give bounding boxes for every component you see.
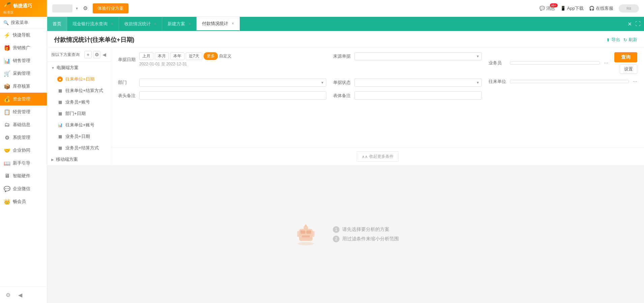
scheme-settings-btn[interactable]: ⚙ [93, 51, 100, 58]
bodynote-label: 表体备注 [333, 93, 352, 99]
sidebar-item-hardware[interactable]: 🖥 智能硬件 [0, 170, 47, 182]
tab-payment-label: 付款情况统计 [202, 21, 228, 27]
tab-receivable[interactable]: 收款情况统计 × [119, 17, 162, 31]
staff-dots[interactable]: ··· [604, 60, 608, 66]
scheme-item-label: 业务员+日期 [65, 133, 90, 140]
collapse-more-btn[interactable]: ∧∧ 收起更多条件 [357, 151, 399, 162]
tab-expand[interactable]: ⛶ [635, 21, 641, 27]
tab-payment[interactable]: 付款情况统计 × [197, 17, 240, 31]
staff-label: 业务员 [489, 60, 507, 66]
scheme-item-staff-settlement[interactable]: ▦ 业务员+结算方式 [47, 142, 111, 154]
partner-dots[interactable]: ··· [633, 79, 637, 85]
sidebar-item-wechat[interactable]: 💬 企业微信 [0, 182, 47, 195]
sidebar-item-label: 企业微信 [13, 186, 30, 192]
sidebar-item-basic[interactable]: 🗂 基础信息 [0, 118, 47, 131]
date-range: 2022-01-01 至 2022-12-31 [139, 61, 231, 67]
scheme-group-mobile-header[interactable]: ▶ 移动端方案 [47, 154, 111, 165]
trial-btn[interactable]: 体验行业方案 [93, 3, 128, 13]
tab-receivable-label: 收款情况统计 [124, 21, 151, 27]
source-select-arrow: ▾ [477, 54, 479, 59]
sidebar-item-marketing[interactable]: 🎁 营销推广 [0, 41, 47, 54]
sidebar-item-system[interactable]: ⚙ 系统管理 [0, 131, 47, 144]
sidebar-item-label: 畅会员 [13, 199, 26, 205]
scheme-item-partner-account[interactable]: 📊 往来单位+账号 [47, 119, 111, 131]
system-icon: ⚙ [4, 134, 10, 141]
customer-service-btn[interactable]: 🎧 在线客服 [589, 5, 613, 11]
scheme-item-active-icon: ● [57, 77, 63, 82]
svg-rect-3 [306, 230, 311, 234]
topbar-gear[interactable]: ⚙ [81, 4, 89, 12]
filter-row-2: 部门 ▾ 单据状态 ▾ [118, 79, 637, 87]
sidebar-item-inventory[interactable]: 📦 库存核算 [0, 80, 47, 93]
sidebar-item-purchase[interactable]: 🛒 采购管理 [0, 67, 47, 80]
sidebar-item-finance[interactable]: 💰 资金管理 [0, 93, 47, 105]
tab-cashflow[interactable]: 现金银行流水查询 × [67, 17, 119, 31]
tab-bar: 首页 现金银行流水查询 × 收款情况统计 × 新建方案 × 付款情况统计 × ✕… [47, 17, 644, 31]
collapse-label: 收起更多条件 [369, 154, 393, 159]
source-select[interactable]: ▾ [354, 52, 482, 60]
date-last-month[interactable]: 上月 [139, 52, 153, 60]
topbar-user-avatar-right[interactable]: Rit [619, 4, 639, 12]
source-label: 来源单据 [333, 53, 352, 59]
topbar-user [52, 4, 72, 12]
export-btn[interactable]: ⬆ 导出 [606, 37, 620, 43]
tab-close-all[interactable]: ✕ [627, 21, 632, 27]
topbar-actions: 💬 消息 99+ 📱 App下载 🎧 在线客服 Rit [539, 4, 639, 12]
sidebar-item-guide[interactable]: 📖 新手引导 [0, 157, 47, 170]
tab-newscheme[interactable]: 新建方案 × [162, 17, 197, 31]
date-more[interactable]: 更多 [204, 52, 218, 60]
scheme-item-label: 往来单位+日期 [65, 76, 94, 82]
sidebar-item-operation[interactable]: 📋 经营管理 [0, 105, 47, 118]
docstatus-select[interactable]: ▾ [354, 79, 482, 87]
refresh-btn[interactable]: ↻ 刷新 [623, 37, 637, 43]
sidebar-item-member[interactable]: 👑 畅会员 [0, 195, 47, 208]
sidebar-settings-btn[interactable]: ⚙ [3, 290, 13, 300]
sidebar: 🍊 畅捷通巧 标准版 🔍 搜索菜单 ⚡ 快捷导航 🎁 营销推广 📊 销售管理 🛒… [0, 0, 47, 303]
results-area: 1 请先选择要分析的方案 2 用过滤条件来缩小分析范围 [47, 165, 644, 303]
mobile-group-arrow: ▶ [51, 158, 54, 161]
app-download-btn[interactable]: 📱 App下载 [560, 5, 584, 11]
scheme-group-desktop-header[interactable]: ▼ 电脑端方案 [47, 62, 111, 73]
sidebar-collapse-btn[interactable]: ◀ [16, 290, 25, 300]
finance-icon: 💰 [4, 96, 10, 102]
notifications-btn[interactable]: 💬 消息 99+ [539, 5, 555, 11]
date-7days[interactable]: 近7天 [186, 52, 202, 60]
query-btn[interactable]: 查询 [614, 52, 637, 62]
scheme-add-btn[interactable]: + [84, 51, 92, 58]
date-label: 单据日期 [118, 57, 137, 63]
tab-receivable-close[interactable]: × [154, 22, 156, 26]
dept-select[interactable]: ▾ [139, 79, 326, 87]
hardware-icon: 🖥 [4, 173, 10, 179]
date-this-year[interactable]: 本年 [170, 52, 184, 60]
purchase-icon: 🛒 [4, 70, 10, 77]
scheme-group-arrow: ▼ [51, 66, 55, 70]
scheme-item-partner-settlement[interactable]: ▦ 往来单位+结算方式 [47, 85, 111, 96]
tab-cashflow-close[interactable]: × [111, 22, 113, 26]
sidebar-search[interactable]: 🔍 搜索菜单 [0, 17, 47, 29]
date-this-month[interactable]: 本月 [155, 52, 169, 60]
scheme-item-staff-account[interactable]: ▦ 业务员+账号 [47, 96, 111, 108]
sidebar-header: 🍊 畅捷通巧 标准版 [0, 0, 47, 17]
topbar-arrow[interactable]: ▾ [76, 6, 78, 11]
tab-home[interactable]: 首页 [47, 17, 67, 31]
scheme-item-partner-date[interactable]: ● 往来单位+日期 [47, 73, 111, 85]
empty-robot-icon [292, 221, 319, 248]
partner-select[interactable] [510, 80, 629, 83]
sidebar-item-quicknav[interactable]: ⚡ 快捷导航 [0, 29, 47, 41]
tab-home-label: 首页 [53, 21, 61, 27]
tab-payment-close[interactable]: × [232, 21, 234, 26]
sidebar-item-enterprise[interactable]: 🤝 企业协同 [0, 144, 47, 157]
tab-newscheme-close[interactable]: × [188, 22, 191, 26]
scheme-item-label: 部门+日期 [65, 111, 86, 117]
settings-btn[interactable]: 设置 [620, 64, 637, 74]
bodynote-input[interactable] [354, 91, 482, 100]
date-custom[interactable]: 自定义 [219, 53, 231, 59]
sidebar-item-sales[interactable]: 📊 销售管理 [0, 54, 47, 67]
export-icon: ⬆ [606, 37, 610, 42]
headernote-input[interactable] [139, 91, 326, 100]
scheme-item-staff-date[interactable]: ▦ 业务员+日期 [47, 131, 111, 142]
staff-select[interactable] [510, 61, 600, 65]
filter-source-item: 来源单据 ▾ [333, 52, 482, 60]
scheme-collapse-btn[interactable]: ◀ [102, 51, 107, 58]
scheme-item-dept-date[interactable]: ▦ 部门+日期 [47, 108, 111, 119]
